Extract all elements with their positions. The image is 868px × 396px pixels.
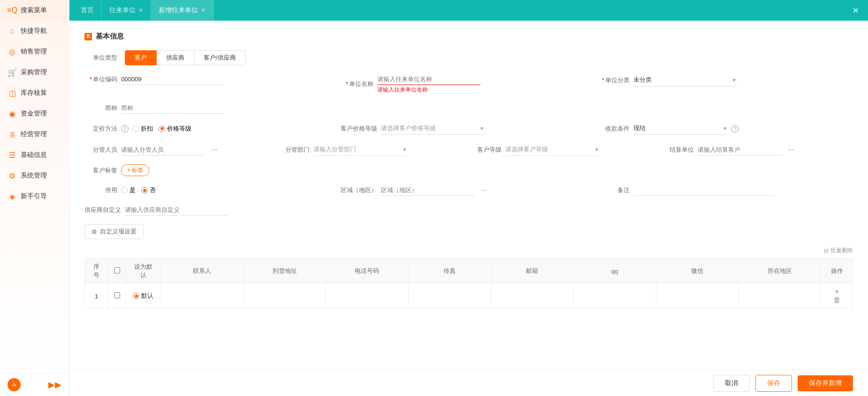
department-select[interactable]: 请输入分管部门 ▼ bbox=[313, 143, 407, 156]
row-default-label: 默认 bbox=[141, 292, 153, 300]
select-all-checkbox[interactable] bbox=[114, 267, 120, 273]
row-wechat[interactable] bbox=[656, 284, 739, 309]
sales-icon: ◎ bbox=[8, 47, 17, 56]
expand-icon[interactable]: ▶▶ bbox=[48, 380, 61, 390]
tab-home[interactable]: 首页 bbox=[73, 0, 102, 21]
unit-name-error: 请输入往来单位名称 bbox=[377, 86, 597, 94]
customer-price-level-field: 客户价格等级 请选择客户价格等级 ▼ bbox=[341, 122, 597, 135]
unit-category-select[interactable]: 未分类 ▼ bbox=[633, 74, 737, 86]
custom-setting-btn[interactable]: ⚙ 自定义项设置 bbox=[84, 224, 144, 239]
pricing-discount-circle bbox=[132, 125, 139, 132]
unit-code-input[interactable] bbox=[121, 74, 224, 85]
department-field: 分管部门 请输入分管部门 ▼ bbox=[277, 143, 469, 156]
row-contact[interactable] bbox=[161, 284, 244, 309]
row-address-input[interactable] bbox=[249, 293, 320, 300]
row-email[interactable] bbox=[491, 284, 573, 309]
sidebar-item-sales[interactable]: ◎ 销售管理 bbox=[0, 41, 69, 62]
add-tag-btn[interactable]: + 标签 bbox=[121, 164, 149, 176]
unit-type-both[interactable]: 客户/供应商 bbox=[194, 50, 246, 65]
sidebar-item-basic-info[interactable]: ☰ 基础信息 bbox=[0, 145, 69, 165]
tab-partner-list[interactable]: 往来单位 ✕ bbox=[102, 0, 151, 21]
row-delete-btn[interactable]: 🗑 bbox=[831, 296, 843, 304]
row-fax-input[interactable] bbox=[414, 293, 485, 300]
disabled-yes-radio[interactable]: 是 bbox=[121, 186, 136, 194]
sidebar-item-guide[interactable]: ◈ 新手引导 bbox=[0, 186, 69, 207]
row-email-input[interactable] bbox=[497, 293, 568, 300]
unit-type-supplier[interactable]: 供应商 bbox=[157, 50, 194, 65]
sidebar-item-label: 经营管理 bbox=[21, 130, 47, 139]
row-check[interactable] bbox=[108, 284, 126, 309]
pricing-method-help[interactable]: ? bbox=[121, 125, 129, 132]
disabled-yes-label: 是 bbox=[129, 186, 136, 194]
basic-info-icon: ☰ bbox=[8, 150, 17, 160]
settlement-unit-field: 结算单位 ··· bbox=[661, 144, 853, 155]
unit-type-customer[interactable]: 客户 bbox=[125, 50, 157, 65]
dept-chevron: ▼ bbox=[403, 147, 407, 152]
row-add-btn[interactable]: + bbox=[833, 287, 841, 296]
sidebar-item-system[interactable]: ⚙ 系统管理 bbox=[0, 165, 69, 186]
pricing-level-radio[interactable]: 价格等级 bbox=[159, 124, 191, 133]
inventory-icon: ◫ bbox=[8, 88, 17, 98]
col-email: 邮箱 bbox=[491, 259, 573, 284]
table-row: 1 默认 bbox=[85, 284, 853, 309]
row-qq[interactable] bbox=[573, 284, 656, 309]
price-level-chevron: ▼ bbox=[480, 126, 484, 131]
window-close-btn[interactable]: ✕ bbox=[847, 6, 864, 15]
remark-input[interactable] bbox=[633, 185, 774, 196]
sidebar-item-finance[interactable]: ◉ 资金管理 bbox=[0, 103, 69, 124]
short-name-input[interactable] bbox=[121, 102, 224, 114]
tab-new-partner-close[interactable]: ✕ bbox=[201, 7, 206, 14]
settlement-unit-input[interactable] bbox=[698, 144, 782, 155]
col-action: 操作 bbox=[821, 259, 853, 284]
save-button[interactable]: 保存 bbox=[755, 375, 792, 392]
unit-type-row: 单位类型 客户 供应商 客户/供应商 bbox=[84, 50, 853, 65]
row-address[interactable] bbox=[244, 284, 326, 309]
row-checkbox[interactable] bbox=[114, 292, 120, 298]
sidebar-item-quick-nav[interactable]: ⌂ 快捷导航 bbox=[0, 21, 69, 41]
batch-delete-btn[interactable]: ⊟ 批量删除 bbox=[824, 247, 853, 255]
customer-price-level-select[interactable]: 请选择客户价格等级 ▼ bbox=[381, 122, 484, 135]
sidebar-item-purchase[interactable]: 🛒 采购管理 bbox=[0, 62, 69, 83]
row-default-radio[interactable]: 默认 bbox=[132, 292, 155, 300]
row-fax[interactable] bbox=[408, 284, 491, 309]
manager-row: 分管人员 ··· 分管部门 请输入分管部门 ▼ 客户等级 请选择客户等级 ▼ bbox=[84, 143, 853, 156]
unit-name-label: 单位名称 bbox=[341, 80, 373, 88]
row-region-input[interactable] bbox=[744, 293, 815, 300]
supplier-custom-input[interactable] bbox=[125, 204, 228, 216]
row-phone[interactable] bbox=[326, 284, 408, 309]
row-phone-input[interactable] bbox=[332, 293, 403, 300]
pricing-discount-radio[interactable]: 折扣 bbox=[132, 124, 153, 133]
disabled-radio-group: 是 否 bbox=[121, 186, 156, 194]
settlement-more-btn[interactable]: ··· bbox=[786, 146, 796, 154]
payment-terms-help[interactable]: ? bbox=[731, 125, 739, 132]
region-field: 区域（地区） ··· bbox=[341, 185, 597, 196]
user-avatar[interactable]: A bbox=[8, 378, 21, 391]
col-contact: 联系人 bbox=[161, 259, 244, 284]
col-address: 到货地址 bbox=[244, 259, 326, 284]
sidebar-item-operations[interactable]: ≣ 经营管理 bbox=[0, 124, 69, 145]
row-wechat-input[interactable] bbox=[662, 293, 733, 300]
save-new-button[interactable]: 保存并新增 bbox=[798, 375, 853, 391]
manager-more-btn[interactable]: ··· bbox=[209, 146, 219, 154]
customer-level-label: 客户等级 bbox=[469, 146, 502, 154]
row-contact-input[interactable] bbox=[167, 293, 237, 300]
payment-terms-select[interactable]: 现结 ▼ bbox=[633, 122, 727, 135]
customer-level-select[interactable]: 请选择客户等级 ▼ bbox=[505, 143, 599, 156]
tab-partner-list-close[interactable]: ✕ bbox=[138, 7, 143, 14]
tab-new-partner[interactable]: 新增往来单位 ✕ bbox=[151, 0, 213, 21]
disabled-label: 停用 bbox=[84, 186, 117, 194]
cust-level-chevron: ▼ bbox=[594, 147, 599, 152]
region-input[interactable] bbox=[381, 185, 475, 196]
row-region[interactable] bbox=[739, 284, 821, 309]
cancel-button[interactable]: 取消 bbox=[713, 375, 750, 392]
region-more-btn[interactable]: ··· bbox=[479, 186, 488, 194]
form-content: B 基本信息 单位类型 客户 供应商 客户/供应商 单位编码 bbox=[69, 21, 868, 370]
row-qq-input[interactable] bbox=[579, 293, 650, 300]
disabled-no-radio[interactable]: 否 bbox=[141, 186, 156, 194]
sidebar-item-inventory[interactable]: ◫ 库存核算 bbox=[0, 83, 69, 103]
unit-name-input[interactable] bbox=[377, 74, 480, 85]
row-seq: 1 bbox=[85, 284, 108, 309]
home-icon: ⌂ bbox=[8, 26, 17, 36]
sidebar-item-search[interactable]: ≡Q 搜索菜单 bbox=[0, 0, 69, 21]
manager-input[interactable] bbox=[121, 144, 206, 155]
